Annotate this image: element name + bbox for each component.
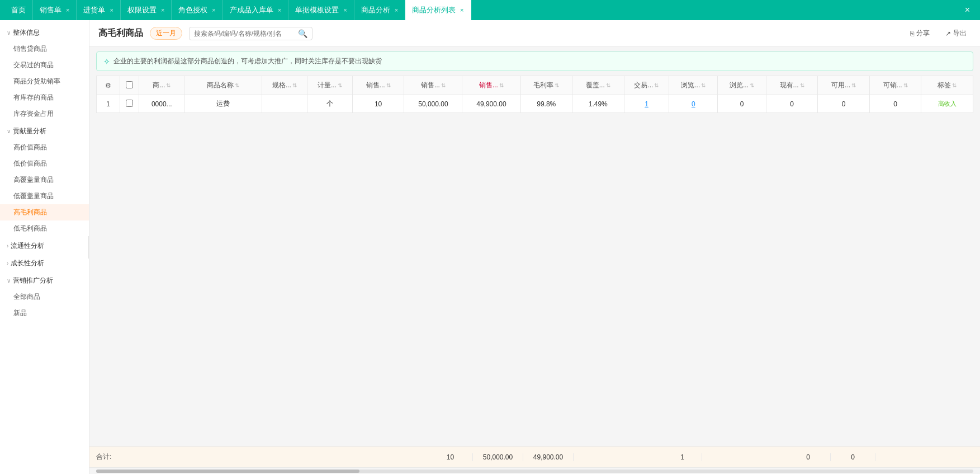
nav-analysis[interactable]: 商品分析 × (354, 0, 405, 20)
cell-spec (262, 95, 307, 113)
close-all-button[interactable]: × (959, 5, 976, 15)
chevron-down-icon: ∨ (7, 30, 11, 36)
nav-template[interactable]: 单据模板设置 × (288, 0, 354, 20)
sidebar-group-overall-title[interactable]: ∨ 整体信息 (0, 25, 89, 41)
cell-browse1[interactable]: 0 (669, 95, 718, 113)
nav-permission[interactable]: 权限设置 × (121, 0, 172, 20)
col-settings[interactable]: ⚙ (97, 76, 120, 95)
sidebar-group-marketing: ∨ 营销推广分析 全部商品 新品 (0, 273, 89, 321)
export-button[interactable]: ↗ 导出 (941, 26, 971, 40)
cell-browse2: 0 (718, 95, 766, 113)
sidebar-item-high-margin[interactable]: 高毛利商品 (0, 204, 89, 220)
sidebar-item-assist-sales[interactable]: 商品分货助销率 (0, 73, 89, 90)
col-checkbox[interactable] (120, 76, 139, 95)
sidebar-item-low-value[interactable]: 低价值商品 (0, 156, 89, 172)
nav-purchase-close[interactable]: × (110, 7, 113, 13)
scrollbar-thumb[interactable] (96, 470, 359, 473)
col-tag[interactable]: 标签 ⇅ (921, 76, 973, 95)
col-available[interactable]: 可用... ⇅ (818, 76, 870, 95)
select-all-checkbox[interactable] (126, 81, 133, 88)
cell-transaction[interactable]: 1 (624, 95, 669, 113)
nav-permission-close[interactable]: × (161, 7, 164, 13)
search-input[interactable] (194, 30, 295, 37)
cell-sales-profit: 49,900.00 (462, 95, 520, 113)
sidebar-item-low-margin[interactable]: 低毛利商品 (0, 220, 89, 237)
col-sales-qty[interactable]: 销售... ⇅ (352, 76, 404, 95)
sidebar-item-in-stock[interactable]: 有库存的商品 (0, 90, 89, 106)
sidebar-item-high-value[interactable]: 高价值商品 (0, 139, 89, 156)
cell-gross-margin: 99.8% (520, 95, 572, 113)
col-browse2[interactable]: 浏览... ⇅ (718, 76, 766, 95)
sort-icon-available: ⇅ (851, 82, 856, 88)
nav-purchase[interactable]: 进货单 × (77, 0, 120, 20)
sidebar-collapse-button[interactable]: « (88, 236, 89, 259)
col-browse1[interactable]: 浏览... ⇅ (669, 76, 718, 95)
sort-icon-spec: ⇅ (292, 82, 297, 88)
cell-index: 1 (97, 95, 120, 113)
sidebar-item-new-goods[interactable]: 新品 (0, 305, 89, 321)
table-header-row: ⚙ 商... ⇅ 商品名称 (97, 76, 973, 95)
cell-code: 0000... (139, 95, 184, 113)
cell-coverage: 1.49% (572, 95, 624, 113)
sidebar-item-low-coverage[interactable]: 低覆盖量商品 (0, 188, 89, 204)
sidebar-group-contribution-title[interactable]: ∨ 贡献量分析 (0, 123, 89, 139)
col-code[interactable]: 商... ⇅ (139, 76, 184, 95)
top-nav: 首页 销售单 × 进货单 × 权限设置 × 角色授权 × 产成品入库单 × 单据… (0, 0, 980, 20)
col-coverage[interactable]: 覆盖... ⇅ (572, 76, 624, 95)
sidebar-item-high-coverage[interactable]: 高覆盖量商品 (0, 172, 89, 188)
sort-icon-sales-profit: ⇅ (499, 82, 504, 88)
nav-analysis-list[interactable]: 商品分析列表 × (405, 0, 471, 20)
col-name[interactable]: 商品名称 ⇅ (184, 76, 262, 95)
nav-sales-close[interactable]: × (66, 7, 69, 13)
nav-sales[interactable]: 销售单 × (33, 0, 77, 20)
sort-icon-browse2: ⇅ (750, 82, 754, 88)
col-transaction[interactable]: 交易... ⇅ (624, 76, 669, 95)
share-button[interactable]: ⎘ 分享 (906, 26, 934, 40)
col-current[interactable]: 现有... ⇅ (766, 76, 818, 95)
sidebar-group-liquidity-title[interactable]: › 流通性分析 (0, 238, 89, 254)
nav-product-stock-close[interactable]: × (278, 7, 281, 13)
col-unit[interactable]: 计量... ⇅ (307, 76, 352, 95)
nav-analysis-list-close[interactable]: × (460, 7, 463, 13)
sidebar-group-growth-title[interactable]: › 成长性分析 (0, 255, 89, 271)
col-sellable[interactable]: 可销... ⇅ (869, 76, 921, 95)
table-wrapper[interactable]: ⚙ 商... ⇅ 商品名称 (89, 76, 980, 446)
cell-checkbox[interactable] (120, 95, 139, 113)
col-gross-margin[interactable]: 毛利率 ⇅ (520, 76, 572, 95)
sidebar-group-marketing-title[interactable]: ∨ 营销推广分析 (0, 273, 89, 289)
footer-cell-sales-qty: 10 (428, 453, 473, 461)
row-checkbox[interactable] (126, 100, 133, 107)
sidebar-item-stock-capital[interactable]: 库存资金占用 (0, 106, 89, 122)
footer-cell-sales-amount: 50,000.00 (473, 453, 523, 461)
col-sales-amount[interactable]: 销售... ⇅ (404, 76, 462, 95)
scrollbar-track[interactable] (96, 470, 973, 473)
nav-product-stock[interactable]: 产成品入库单 × (223, 0, 288, 20)
sidebar-item-traded[interactable]: 交易过的商品 (0, 57, 89, 73)
content-area: 高毛利商品 近一月 🔍 ⎘ 分享 ↗ 导出 ✧ 企业的主要的利润都是这部分商品创… (89, 20, 980, 474)
share-icon: ⎘ (910, 30, 914, 37)
cell-sales-amount: 50,000.00 (404, 95, 462, 113)
nav-home[interactable]: 首页 (4, 0, 33, 20)
search-icon[interactable]: 🔍 (298, 29, 307, 38)
nav-role[interactable]: 角色授权 × (172, 0, 222, 20)
filter-period-button[interactable]: 近一月 (150, 27, 182, 40)
sort-icon-current: ⇅ (800, 82, 804, 88)
cell-current: 0 (766, 95, 818, 113)
info-icon: ✧ (103, 57, 110, 66)
nav-template-close[interactable]: × (343, 7, 347, 13)
sidebar-item-sales-goods[interactable]: 销售贷商品 (0, 41, 89, 57)
main-layout: « ∨ 整体信息 销售贷商品 交易过的商品 商品分货助销率 有库存的商品 库存资… (0, 20, 980, 474)
sort-icon-tag: ⇅ (952, 82, 957, 88)
header-actions: ⎘ 分享 ↗ 导出 (906, 26, 971, 40)
nav-analysis-close[interactable]: × (395, 7, 398, 13)
col-sales-profit[interactable]: 销售... ⇅ (462, 76, 520, 95)
col-spec[interactable]: 规格... ⇅ (262, 76, 307, 95)
cell-available: 0 (818, 95, 870, 113)
sidebar: « ∨ 整体信息 销售贷商品 交易过的商品 商品分货助销率 有库存的商品 库存资… (0, 20, 89, 474)
nav-role-close[interactable]: × (212, 7, 215, 13)
sidebar-group-contribution: ∨ 贡献量分析 高价值商品 低价值商品 高覆盖量商品 低覆盖量商品 高毛利商品 … (0, 123, 89, 237)
chevron-down-icon-3: ∨ (7, 278, 11, 284)
cell-sellable: 0 (869, 95, 921, 113)
sidebar-item-all-goods[interactable]: 全部商品 (0, 289, 89, 305)
horizontal-scrollbar[interactable] (89, 467, 980, 474)
